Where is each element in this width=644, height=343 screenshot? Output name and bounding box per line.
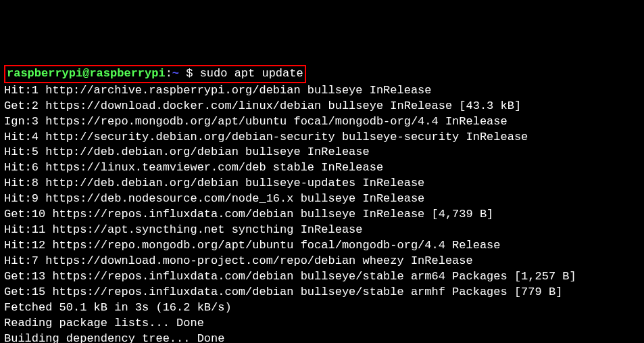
terminal-output-line: Fetched 50.1 kB in 3s (16.2 kB/s) bbox=[4, 300, 640, 316]
terminal-output-line: Hit:4 http://security.debian.org/debian-… bbox=[4, 130, 640, 145]
terminal-output: Hit:1 http://archive.raspberrypi.org/deb… bbox=[4, 83, 640, 343]
command-input[interactable]: sudo apt update bbox=[200, 67, 303, 80]
prompt-symbol: $ bbox=[179, 67, 200, 80]
terminal-output-line: Get:13 https://repos.influxdata.com/debi… bbox=[4, 269, 640, 285]
terminal-output-line: Hit:8 http://deb.debian.org/debian bulls… bbox=[4, 176, 640, 191]
terminal-output-line: Hit:7 https://download.mono-project.com/… bbox=[4, 254, 640, 269]
terminal-output-line: Hit:9 https://deb.nodesource.com/node_16… bbox=[4, 191, 640, 207]
terminal-output-line: Hit:11 https://apt.syncthing.net syncthi… bbox=[4, 223, 640, 238]
terminal-output-line: Hit:6 https://linux.teamviewer.com/deb s… bbox=[4, 160, 640, 176]
terminal-output-line: Hit:1 http://archive.raspberrypi.org/deb… bbox=[4, 83, 640, 99]
terminal-output-line: Hit:5 http://deb.debian.org/debian bulls… bbox=[4, 145, 640, 160]
prompt-highlight-box: raspberrypi@raspberrypi:~ $ sudo apt upd… bbox=[4, 65, 306, 83]
terminal-output-line: Get:2 https://download.docker.com/linux/… bbox=[4, 99, 640, 114]
terminal-output-line: Ign:3 https://repo.mongodb.org/apt/ubunt… bbox=[4, 114, 640, 130]
terminal-output-line: Hit:12 https://repo.mongodb.org/apt/ubun… bbox=[4, 238, 640, 254]
terminal-output-line: Reading package lists... Done bbox=[4, 316, 640, 331]
terminal-output-line: Get:10 https://repos.influxdata.com/debi… bbox=[4, 207, 640, 223]
prompt-user-host: raspberrypi@raspberrypi bbox=[7, 67, 166, 80]
prompt-path: ~ bbox=[172, 67, 179, 80]
prompt-separator: : bbox=[166, 67, 172, 80]
terminal-output-line: Building dependency tree... Done bbox=[4, 331, 640, 343]
terminal-output-line: Get:15 https://repos.influxdata.com/debi… bbox=[4, 285, 640, 300]
